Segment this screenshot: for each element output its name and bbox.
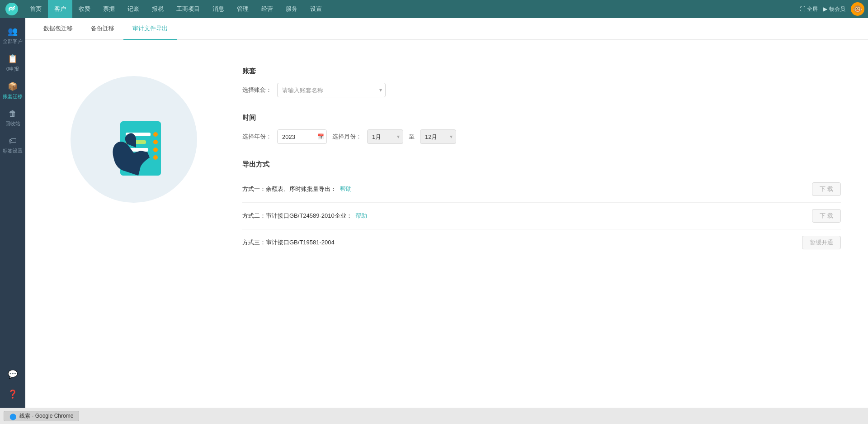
end-month-wrapper: 1月 2月 3月 4月 5月 6月 7月 8月 9月 10月 11月 12月 [420,129,456,144]
declare-icon: 📋 [8,54,18,64]
tab-backup-migrate[interactable]: 备份迁移 [82,18,123,40]
customers-icon: 👥 [8,26,18,36]
sidebar-item-recycle[interactable]: 🗑 回收站 [0,105,25,132]
svg-point-9 [153,155,158,160]
app-logo[interactable] [4,1,20,17]
time-row: 选择年份： 2023 选择月份： 1月 2月 3月 4月 5月 6月 [242,129,841,144]
migrate-icon: 📦 [8,81,18,91]
account-section-title: 账套 [242,67,841,76]
year-label: 选择年份： [242,133,272,141]
time-separator: 至 [409,133,415,141]
help-link-1[interactable]: 帮助 [340,186,352,192]
content-area: 数据包迁移 备份迁移 审计文件导出 [25,18,868,408]
nav-business[interactable]: 工商项目 [170,0,206,18]
account-select-row: 选择账套： 请输入账套名称 [242,83,841,97]
nav-tax[interactable]: 报税 [146,0,170,18]
chat-button[interactable]: 💬 [5,366,21,382]
time-section-title: 时间 [242,114,841,122]
member-button[interactable]: ▶ 畅会员 [823,5,845,13]
export-section-title: 导出方式 [242,160,841,169]
nav-customer[interactable]: 客户 [48,0,72,18]
export-method-1: 方式一：余额表、序时账批量导出： 帮助 下 载 [242,176,841,203]
nav-fee[interactable]: 收费 [72,0,97,18]
start-month-select[interactable]: 1月 2月 3月 4月 5月 6月 7月 8月 9月 10月 11月 12月 [367,129,403,144]
account-select-label: 选择账套： [242,86,272,94]
taskbar-chrome-item[interactable]: ⬤ 线索 - Google Chrome [4,411,79,421]
taskbar: ⬤ 线索 - Google Chrome [0,408,868,424]
year-input[interactable]: 2023 [277,129,327,144]
nav-invoice[interactable]: 票据 [97,0,121,18]
nav-bookkeeping[interactable]: 记账 [121,0,146,18]
export-method-3: 方式三：审计接口GB/T19581-2004 暂缓开通 [242,229,841,256]
svg-point-6 [153,132,158,137]
nav-settings[interactable]: 设置 [304,0,328,18]
download-button-1[interactable]: 下 载 [812,182,841,196]
top-right-actions: ⛶ 全屏 ▶ 畅会员 🐵 [800,2,864,16]
illustration-circle [71,76,197,203]
sidebar-bottom: 💬 ❓ [5,366,21,408]
account-select-wrapper: 请输入账套名称 [277,83,386,97]
export-method-1-text: 方式一：余额表、序时账批量导出： 帮助 [242,185,352,193]
export-method-2: 方式二：审计接口GB/T24589-2010企业： 帮助 下 载 [242,203,841,229]
top-navigation: 首页 客户 收费 票据 记账 报税 工商项目 消息 管理 经营 服务 设置 ⛶ … [0,0,868,18]
year-input-wrapper: 2023 [277,129,327,144]
sidebar-item-account-migrate[interactable]: 📦 账套迁移 [0,77,25,105]
nav-message[interactable]: 消息 [206,0,231,18]
export-method-3-text: 方式三：审计接口GB/T19581-2004 [242,238,335,247]
nav-manage[interactable]: 管理 [231,0,255,18]
export-section: 方式一：余额表、序时账批量导出： 帮助 下 载 方式二：审计接口GB/T2458… [242,176,841,256]
form-area: 账套 选择账套： 请输入账套名称 时间 选择年份： 2023 [215,40,868,408]
sidebar: 👥 全部客户 📋 0申报 📦 账套迁移 🗑 回收站 🏷 标签设置 💬 ❓ [0,18,25,408]
nav-service[interactable]: 服务 [279,0,304,18]
nav-items: 首页 客户 收费 票据 记账 报税 工商项目 消息 管理 经营 服务 设置 [24,0,800,18]
help-link-2[interactable]: 帮助 [355,212,367,219]
start-month-wrapper: 1月 2月 3月 4月 5月 6月 7月 8月 9月 10月 11月 12月 [367,129,403,144]
download-button-2[interactable]: 下 载 [812,209,841,223]
account-select[interactable]: 请输入账套名称 [277,83,386,97]
tag-icon: 🏷 [9,136,17,146]
end-month-select[interactable]: 1月 2月 3月 4月 5月 6月 7月 8月 9月 10月 11月 12月 [420,129,456,144]
fullscreen-button[interactable]: ⛶ 全屏 [800,5,818,13]
month-label: 选择月份： [332,133,362,141]
export-method-2-text: 方式二：审计接口GB/T24589-2010企业： 帮助 [242,212,367,220]
avatar[interactable]: 🐵 [851,2,864,16]
tab-data-migrate[interactable]: 数据包迁移 [34,18,82,40]
page-content: 账套 选择账套： 请输入账套名称 时间 选择年份： 2023 [25,40,868,408]
illustration-area [25,40,215,408]
svg-point-8 [153,148,158,152]
nav-home[interactable]: 首页 [24,0,48,18]
help-button[interactable]: ❓ [5,386,21,402]
svg-point-7 [153,140,158,144]
tabs-bar: 数据包迁移 备份迁移 审计文件导出 [25,18,868,40]
chrome-icon: ⬤ [9,413,17,420]
sidebar-item-zero-declare[interactable]: 📋 0申报 [0,49,25,77]
main-layout: 👥 全部客户 📋 0申报 📦 账套迁移 🗑 回收站 🏷 标签设置 💬 ❓ 数据包… [0,18,868,408]
coming-soon-button[interactable]: 暂缓开通 [802,236,841,249]
recycle-icon: 🗑 [9,109,17,119]
sidebar-item-tag-settings[interactable]: 🏷 标签设置 [0,132,25,159]
illustration-svg [89,90,179,189]
nav-operation[interactable]: 经营 [255,0,279,18]
fullscreen-icon: ⛶ [800,6,805,12]
sidebar-item-all-customers[interactable]: 👥 全部客户 [0,22,25,49]
member-icon: ▶ [823,6,827,12]
tab-audit-export[interactable]: 审计文件导出 [123,18,177,40]
